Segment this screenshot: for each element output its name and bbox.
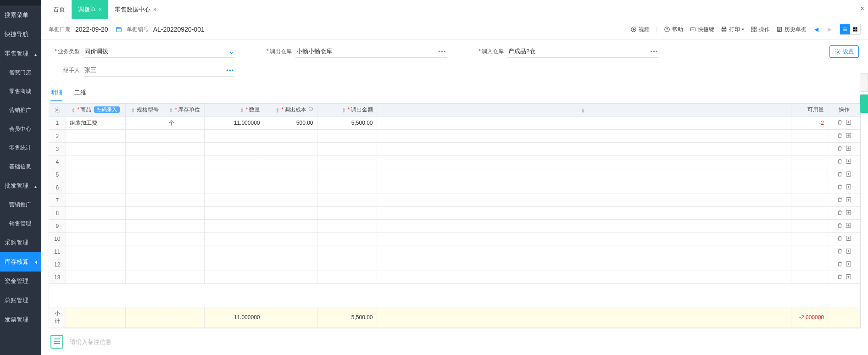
- tab-1[interactable]: 调拨单×: [72, 0, 108, 19]
- list-view-icon[interactable]: [840, 24, 850, 34]
- table-row[interactable]: 8: [49, 207, 860, 220]
- delete-row-icon[interactable]: [837, 248, 843, 254]
- rail-item[interactable]: [860, 73, 868, 92]
- lookup-icon[interactable]: •••: [226, 67, 234, 74]
- tab-2[interactable]: 零售数据中心×: [108, 0, 163, 19]
- sidebar-item-1[interactable]: 快捷导航: [0, 25, 41, 44]
- settings-button[interactable]: 设置: [829, 45, 859, 58]
- sidebar-item-13[interactable]: 库存核算: [0, 252, 41, 272]
- ops-link[interactable]: 操作: [751, 26, 770, 33]
- sidebar-item-4[interactable]: 零售商城: [0, 82, 41, 101]
- col-spec[interactable]: ▲▼规格型号: [125, 104, 165, 116]
- tab-0[interactable]: 首页: [47, 0, 72, 19]
- add-row-icon[interactable]: [846, 119, 851, 125]
- sidebar-item-15[interactable]: 总账管理: [0, 291, 41, 310]
- close-icon[interactable]: ×: [99, 6, 102, 13]
- table-row[interactable]: 10: [49, 233, 860, 245]
- sort-icon[interactable]: ▲▼: [581, 108, 585, 113]
- sidebar-item-10[interactable]: 营销推广: [0, 195, 41, 214]
- lookup-icon[interactable]: •••: [650, 48, 658, 55]
- close-all-tabs-icon[interactable]: ×: [860, 5, 864, 13]
- add-row-icon[interactable]: [846, 261, 851, 267]
- sidebar-item-12[interactable]: 采购管理: [0, 233, 41, 252]
- col-qty[interactable]: ▲▼*数量: [204, 104, 264, 116]
- lookup-icon[interactable]: •••: [438, 48, 446, 55]
- col-product[interactable]: ▲▼*商品扫码录入: [66, 104, 125, 116]
- sub-tab-0[interactable]: 明细: [50, 85, 62, 101]
- table-row[interactable]: 1组装加工费个11.000000500.005,500.00-2: [49, 117, 860, 130]
- delete-row-icon[interactable]: [837, 158, 843, 164]
- table-row[interactable]: 12: [49, 258, 860, 271]
- table-row[interactable]: 11: [49, 245, 860, 258]
- add-row-icon[interactable]: [846, 248, 851, 254]
- table-row[interactable]: 2: [49, 130, 860, 143]
- cell-product[interactable]: 组装加工费: [66, 117, 125, 130]
- handler-field[interactable]: 经手人 张三 •••: [50, 64, 235, 77]
- sort-icon[interactable]: ▲▼: [169, 107, 173, 113]
- remark-input[interactable]: [70, 338, 859, 345]
- sort-icon[interactable]: ▲▼: [71, 107, 75, 113]
- cell-spec[interactable]: [125, 117, 165, 130]
- print-link[interactable]: 打印 ▾: [721, 26, 744, 33]
- delete-row-icon[interactable]: [837, 235, 843, 241]
- add-row-icon[interactable]: [846, 145, 851, 151]
- cell-outcost[interactable]: 500.00: [264, 117, 317, 130]
- delete-row-icon[interactable]: [837, 222, 843, 228]
- delete-row-icon[interactable]: [837, 184, 843, 190]
- close-icon[interactable]: ×: [153, 6, 156, 13]
- shortcut-link[interactable]: 快捷键: [690, 26, 714, 33]
- out-warehouse-field[interactable]: *调出仓库 小畅小畅仓库 •••: [262, 45, 447, 58]
- delete-row-icon[interactable]: [837, 119, 843, 125]
- in-warehouse-field[interactable]: *调入仓库 产成品2仓 •••: [474, 45, 659, 58]
- sidebar-item-8[interactable]: 基础信息: [0, 157, 41, 176]
- cell-outamount[interactable]: 5,500.00: [317, 117, 377, 130]
- delete-row-icon[interactable]: [837, 274, 843, 280]
- add-row-icon[interactable]: [846, 184, 851, 190]
- table-row[interactable]: 3: [49, 143, 860, 155]
- table-row[interactable]: 13: [49, 271, 860, 284]
- sidebar-item-6[interactable]: 会员中心: [0, 120, 41, 139]
- rail-item-accent[interactable]: [860, 94, 868, 113]
- table-row[interactable]: 5: [49, 168, 860, 181]
- sidebar-item-5[interactable]: 营销推广: [0, 101, 41, 120]
- scan-badge[interactable]: 扫码录入: [94, 106, 120, 113]
- delete-row-icon[interactable]: [837, 261, 843, 267]
- sidebar-item-9[interactable]: 批发管理: [0, 176, 41, 195]
- biz-type-field[interactable]: *业务类型 同价调拨 ⌄: [50, 45, 235, 58]
- add-row-icon[interactable]: [846, 171, 851, 177]
- add-row-icon[interactable]: [846, 197, 851, 203]
- col-blank[interactable]: ▲▼: [377, 104, 791, 116]
- sidebar-item-2[interactable]: 零售管理: [0, 44, 41, 63]
- col-outamount[interactable]: ▲▼*调出金额: [317, 104, 377, 116]
- card-view-icon[interactable]: [850, 24, 860, 34]
- table-row[interactable]: 4: [49, 155, 860, 168]
- cell-unit[interactable]: 个: [165, 117, 204, 130]
- sort-icon[interactable]: ▲▼: [131, 107, 135, 113]
- table-row[interactable]: 7: [49, 194, 860, 207]
- col-unit[interactable]: ▲▼*库存单位: [165, 104, 204, 116]
- help-link[interactable]: 帮助: [664, 26, 683, 33]
- delete-row-icon[interactable]: [837, 197, 843, 203]
- col-avail[interactable]: 可用量: [791, 104, 828, 116]
- add-row-icon[interactable]: [846, 222, 851, 228]
- grid-config-icon[interactable]: [49, 104, 66, 116]
- add-row-icon[interactable]: [846, 274, 851, 280]
- chevron-down-icon[interactable]: ⌄: [229, 48, 234, 55]
- cell-qty[interactable]: 11.000000: [204, 117, 264, 130]
- grid-body[interactable]: 1组装加工费个11.000000500.005,500.00-223456789…: [49, 117, 860, 308]
- info-icon[interactable]: [308, 106, 313, 111]
- history-link[interactable]: 历史单据: [776, 26, 807, 33]
- sidebar-item-0[interactable]: 搜索菜单: [0, 6, 41, 25]
- sort-icon[interactable]: ▲▼: [342, 107, 346, 113]
- delete-row-icon[interactable]: [837, 171, 843, 177]
- delete-row-icon[interactable]: [837, 145, 843, 151]
- sidebar-item-7[interactable]: 零售统计: [0, 139, 41, 157]
- calendar-icon[interactable]: [116, 26, 122, 33]
- sort-icon[interactable]: ▲▼: [240, 107, 244, 113]
- delete-row-icon[interactable]: [837, 210, 843, 216]
- sidebar-item-3[interactable]: 智慧门店: [0, 63, 41, 82]
- history-prev-icon[interactable]: ◀: [813, 26, 820, 33]
- add-row-icon[interactable]: [846, 210, 851, 216]
- video-link[interactable]: 视频: [630, 26, 650, 33]
- sidebar-item-14[interactable]: 资金管理: [0, 272, 41, 291]
